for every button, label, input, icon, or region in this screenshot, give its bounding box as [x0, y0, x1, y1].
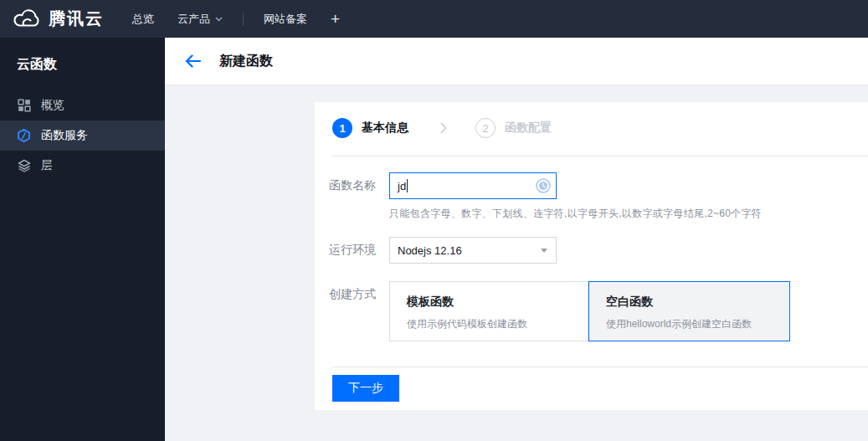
runtime-row: 运行环境 Nodejs 12.16 [329, 237, 868, 264]
step-1-circle: 1 [332, 118, 352, 138]
option-desc: 使用示例代码模板创建函数 [407, 317, 588, 331]
cloud-logo-icon [12, 8, 42, 30]
sidebar-item-overview[interactable]: 概览 [0, 90, 165, 121]
option-template-function[interactable]: 模板函数 使用示例代码模板创建函数 [389, 281, 588, 341]
nav-menu: 总览 云产品 网站备案 + [121, 0, 352, 38]
option-title: 模板函数 [407, 295, 588, 310]
function-name-row: 函数名称 jd 只能包含字母、数字、下划线、连字符,以字母开头,以数字或字母结尾… [329, 172, 868, 221]
next-step-button[interactable]: 下一步 [332, 375, 399, 402]
grid-icon [17, 99, 31, 113]
nav-item-website-filing[interactable]: 网站备案 [252, 0, 319, 38]
page-header: 新建函数 [165, 38, 868, 85]
option-blank-function[interactable]: 空白函数 使用helloworld示例创建空白函数 [588, 281, 790, 341]
top-navbar: 腾讯云 总览 云产品 网站备案 + [0, 0, 868, 38]
steps-divider [331, 156, 868, 156]
step-2-label: 函数配置 [505, 121, 552, 136]
step-1-label: 基本信息 [362, 121, 408, 136]
chevron-down-icon [215, 17, 223, 22]
function-name-help: 只能包含字母、数字、下划线、连字符,以字母开头,以数字或字母结尾,2~60个字符 [389, 207, 762, 221]
sidebar-title: 云函数 [0, 38, 165, 90]
creation-method-options: 模板函数 使用示例代码模板创建函数 空白函数 使用helloworld示例创建空… [389, 281, 790, 341]
function-name-control: jd 只能包含字母、数字、下划线、连字符,以字母开头,以数字或字母结尾,2~60… [389, 172, 762, 221]
back-arrow-icon [185, 54, 202, 68]
function-hexagon-icon [17, 129, 31, 143]
function-name-value: jd [398, 180, 406, 192]
wizard-steps: 1 基本信息 2 函数配置 [315, 102, 868, 138]
sidebar-item-label: 层 [41, 158, 53, 173]
runtime-select[interactable]: Nodejs 12.16 [389, 237, 557, 264]
add-tab-button[interactable]: + [319, 0, 352, 38]
nav-item-overview[interactable]: 总览 [121, 0, 166, 38]
option-desc: 使用helloworld示例创建空白函数 [606, 317, 789, 331]
back-button[interactable] [185, 54, 202, 68]
brand-name: 腾讯云 [49, 8, 104, 30]
creation-method-label: 创建方式 [329, 281, 389, 341]
page-title: 新建函数 [219, 53, 273, 70]
tencent-cloud-logo[interactable]: 腾讯云 [12, 8, 104, 30]
sidebar-item-label: 函数服务 [41, 128, 88, 143]
footer-divider [331, 367, 868, 367]
nav-divider [243, 13, 244, 26]
sidebar-item-layers[interactable]: 层 [0, 151, 165, 181]
runtime-selected-value: Nodejs 12.16 [398, 244, 462, 257]
nav-item-cloud-products[interactable]: 云产品 [166, 0, 234, 38]
create-function-card: 1 基本信息 2 函数配置 函数名称 jd [315, 102, 868, 410]
select-caret-icon [541, 249, 547, 253]
layers-icon [17, 159, 31, 173]
clock-autofill-icon[interactable] [536, 178, 551, 193]
function-name-input[interactable]: jd [389, 172, 557, 199]
runtime-label: 运行环境 [329, 237, 389, 264]
function-name-label: 函数名称 [329, 172, 389, 221]
nav-item-cloud-products-label: 云产品 [177, 12, 210, 27]
content-area: 1 基本信息 2 函数配置 函数名称 jd [165, 85, 868, 441]
sidebar-item-label: 概览 [41, 98, 64, 113]
step-2-circle: 2 [475, 118, 496, 138]
step-separator-icon [440, 122, 447, 134]
sidebar-item-function-service[interactable]: 函数服务 [0, 121, 165, 151]
option-title: 空白函数 [606, 295, 789, 310]
text-cursor [407, 179, 408, 192]
creation-method-row: 创建方式 模板函数 使用示例代码模板创建函数 空白函数 使用helloworld… [329, 281, 868, 341]
sidebar: 云函数 概览 函数服务 层 [0, 38, 165, 441]
